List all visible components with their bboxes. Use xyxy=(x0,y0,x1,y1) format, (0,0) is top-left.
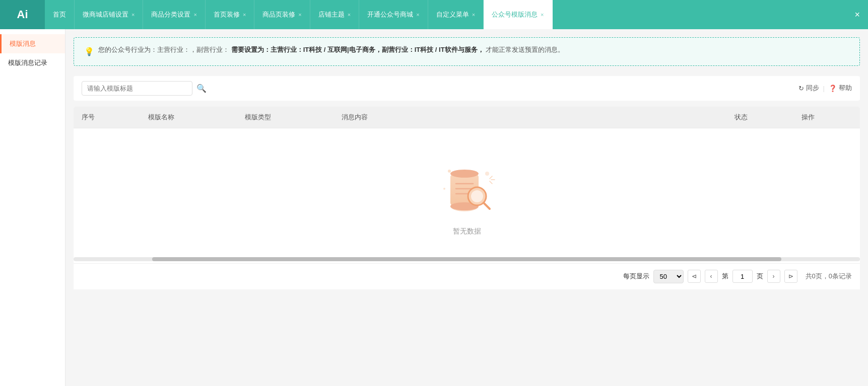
sidebar-item-template-record[interactable]: 模版消息记录 xyxy=(0,53,65,72)
close-tab-1[interactable]: × xyxy=(131,12,135,18)
help-button[interactable]: ❓ 帮助 xyxy=(829,84,852,93)
sync-button[interactable]: ↻ 同步 xyxy=(798,84,819,93)
pagination-bar: 每页显示 50 10 20 100 ⊲ ‹ 第 页 › ⊳ 共0页，0条记录 xyxy=(74,263,860,289)
svg-line-10 xyxy=(484,203,490,209)
close-tab-2[interactable]: × xyxy=(193,12,196,18)
svg-line-14 xyxy=(490,176,492,179)
nav-tab-product-decor[interactable]: 商品页装修 × xyxy=(254,0,310,29)
question-icon: ❓ xyxy=(829,85,837,92)
top-navigation: Ai 首页 微商城店铺设置 × 商品分类设置 × 首页装修 × 商品页装修 × … xyxy=(0,0,868,29)
table-wrapper: 序号 模版名称 模版类型 消息内容 状态 操作 xyxy=(74,107,860,289)
search-button[interactable]: 🔍 xyxy=(196,84,207,93)
close-tab-3[interactable]: × xyxy=(243,12,246,18)
toolbar-right: ↻ 同步 | ❓ 帮助 xyxy=(798,84,852,93)
table-header-row: 序号 模版名称 模版类型 消息内容 状态 操作 xyxy=(74,107,860,128)
nav-tab-theme[interactable]: 店铺主题 × xyxy=(310,0,359,29)
close-tab-6[interactable]: × xyxy=(416,12,419,18)
logo: Ai xyxy=(0,0,45,29)
col-content: 消息内容 xyxy=(333,107,727,128)
nav-tab-open-mall[interactable]: 开通公众号商城 × xyxy=(359,0,428,29)
svg-point-12 xyxy=(485,172,489,176)
empty-icon xyxy=(437,159,497,219)
empty-state: 暂无数据 xyxy=(74,128,860,256)
close-tab-5[interactable]: × xyxy=(348,12,351,18)
svg-line-16 xyxy=(490,181,492,184)
nav-tab-category[interactable]: 商品分类设置 × xyxy=(143,0,205,29)
close-tab-4[interactable]: × xyxy=(298,12,301,18)
col-index: 序号 xyxy=(74,107,140,128)
empty-text: 暂无数据 xyxy=(74,227,860,236)
scroll-track xyxy=(74,257,860,261)
page-last-button[interactable]: ⊳ xyxy=(784,270,797,283)
page-input[interactable] xyxy=(732,270,753,283)
col-status: 状态 xyxy=(726,107,793,128)
svg-point-13 xyxy=(443,188,445,190)
col-type: 模版类型 xyxy=(237,107,333,128)
nav-tab-template-message[interactable]: 公众号模版消息 × xyxy=(484,0,552,29)
nav-tab-shop-settings[interactable]: 微商城店铺设置 × xyxy=(75,0,143,29)
nav-tab-home[interactable]: 首页 xyxy=(45,0,75,29)
sidebar: 模版消息 模版消息记录 xyxy=(0,29,65,386)
page-next-button[interactable]: › xyxy=(767,270,780,283)
search-left: 🔍 xyxy=(82,81,207,96)
page-prev-button[interactable]: ‹ xyxy=(705,270,718,283)
search-toolbar: 🔍 ↻ 同步 | ❓ 帮助 xyxy=(74,76,860,101)
page-di-label: 第 xyxy=(722,272,728,281)
nav-tabs-container: 首页 微商城店铺设置 × 商品分类设置 × 首页装修 × 商品页装修 × 店铺主… xyxy=(45,0,846,29)
sync-icon: ↻ xyxy=(798,85,804,92)
horizontal-scrollbar[interactable] xyxy=(74,257,860,263)
col-action: 操作 xyxy=(793,107,860,128)
empty-row: 暂无数据 xyxy=(74,128,860,256)
page-size-select[interactable]: 50 10 20 100 xyxy=(653,270,684,283)
scroll-thumb[interactable] xyxy=(152,257,781,261)
data-table: 序号 模版名称 模版类型 消息内容 状态 操作 xyxy=(74,107,860,256)
page-first-button[interactable]: ⊲ xyxy=(688,270,701,283)
sidebar-item-template-message[interactable]: 模版消息 xyxy=(0,34,65,53)
col-name: 模版名称 xyxy=(140,107,237,128)
svg-point-11 xyxy=(448,170,451,173)
page-total: 共0页，0条记录 xyxy=(806,272,852,281)
page-size-label: 每页显示 xyxy=(623,272,649,281)
nav-tab-custom-menu[interactable]: 自定义菜单 × xyxy=(428,0,484,29)
bulb-icon: 💡 xyxy=(84,45,94,58)
page-unit-label: 页 xyxy=(757,272,763,281)
toolbar-divider: | xyxy=(823,85,825,92)
svg-point-9 xyxy=(471,190,483,202)
notice-box: 💡 您的公众号行业为：主营行业：，副营行业： 需要设置为：主营行业：IT科技 /… xyxy=(74,37,860,66)
close-tab-8[interactable]: × xyxy=(541,12,544,18)
nav-tab-home-decor[interactable]: 首页装修 × xyxy=(206,0,254,29)
content-area: 💡 您的公众号行业为：主营行业：，副营行业： 需要设置为：主营行业：IT科技 /… xyxy=(65,29,868,386)
search-input[interactable] xyxy=(82,81,192,96)
notice-text: 您的公众号行业为：主营行业：，副营行业： 需要设置为：主营行业：IT科技 / 互… xyxy=(98,45,564,55)
close-all-button[interactable]: × xyxy=(846,10,868,20)
svg-point-3 xyxy=(450,170,479,178)
main-layout: 模版消息 模版消息记录 💡 您的公众号行业为：主营行业：，副营行业： 需要设置为… xyxy=(0,29,868,386)
close-tab-7[interactable]: × xyxy=(472,12,475,18)
